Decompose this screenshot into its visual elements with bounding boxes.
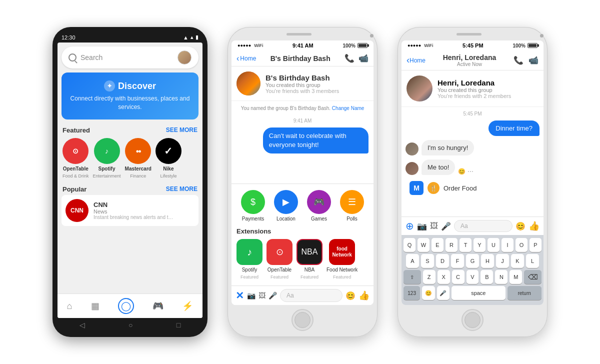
ext-location[interactable]: ▶ Location — [274, 190, 298, 222]
mastercard-name: Mastercard — [125, 166, 152, 172]
recv-avatar-1 — [406, 142, 418, 156]
key-c[interactable]: C — [452, 270, 464, 284]
featured-grid: ⊙ OpenTable Food & Drink ♪ Spotify Enter… — [58, 136, 202, 182]
reaction-icon[interactable]: 😊 — [458, 168, 466, 175]
ext-opentable[interactable]: ⊙ OpenTable Featured — [266, 239, 292, 280]
see-more-featured[interactable]: SEE MORE — [166, 126, 198, 134]
key-f[interactable]: F — [451, 254, 464, 268]
key-k[interactable]: K — [511, 254, 524, 268]
key-mic[interactable]: 🎤 — [437, 286, 450, 300]
group-members: You're friends with 3 members — [266, 88, 339, 94]
home-btn[interactable]: ○ — [128, 321, 132, 329]
location-icon: ▶ — [274, 190, 298, 214]
ext-foodnetwork[interactable]: foodNetwork Food Network Featured — [326, 239, 358, 280]
nav-games-icon[interactable]: 🎮 — [152, 300, 164, 312]
video-icon2[interactable]: 📹 — [528, 56, 538, 65]
sent-message: Can't wait to celebrate with everyone to… — [236, 128, 368, 154]
group-created: You created this group — [266, 82, 339, 88]
more-icon[interactable]: ⋯ — [468, 168, 474, 175]
change-name-link[interactable]: Change Name — [332, 106, 364, 111]
recv-bubble-1: I'm so hungry! — [406, 140, 540, 156]
featured-section-header: Featured SEE MORE — [58, 124, 202, 136]
ext-games[interactable]: 🎮 Games — [307, 190, 331, 222]
message-input[interactable]: Aa — [280, 289, 342, 302]
key-d[interactable]: D — [436, 254, 449, 268]
key-a[interactable]: A — [406, 254, 419, 268]
key-o[interactable]: O — [516, 238, 528, 252]
emoji-icon2[interactable]: 😊 — [516, 222, 526, 231]
android-search-bar[interactable]: Search — [62, 46, 198, 68]
key-s[interactable]: S — [421, 254, 434, 268]
ext-payments[interactable]: $ Payments — [241, 190, 265, 222]
iphone1-back-btn[interactable]: ‹ Home — [236, 54, 256, 63]
key-l[interactable]: L — [526, 254, 539, 268]
featured-mastercard[interactable]: ●● Mastercard Finance — [125, 138, 152, 178]
recv-bubble-2: Me too! 😊 ⋯ — [406, 160, 540, 175]
close-btn[interactable]: ✕ — [236, 290, 244, 302]
nav-messenger-icon[interactable]: ◯ — [118, 298, 134, 314]
like-icon[interactable]: 👍 — [358, 290, 370, 301]
featured-nike[interactable]: ✓ Nike Lifestyle — [156, 138, 182, 178]
key-emoji[interactable]: 😊 — [422, 286, 434, 300]
key-n[interactable]: N — [495, 270, 508, 284]
image-icon[interactable]: 🖼 — [258, 292, 266, 300]
key-123[interactable]: 123 — [404, 286, 420, 300]
back-btn[interactable]: ◁ — [80, 321, 85, 329]
recents-btn[interactable]: □ — [176, 321, 180, 329]
ext-apps-row: ♪ Spotify Featured ⊙ OpenTable Featured … — [236, 239, 368, 280]
camera-icon2[interactable]: 📷 — [417, 222, 427, 231]
iphone2-back-btn[interactable]: ‹ Home — [406, 55, 426, 66]
key-j[interactable]: J — [496, 254, 509, 268]
key-delete[interactable]: ⌫ — [524, 270, 542, 284]
nav-lightning-icon[interactable]: ⚡ — [182, 300, 193, 312]
discover-banner[interactable]: ✦ Discover Connect directly with busines… — [62, 72, 198, 120]
key-p[interactable]: P — [530, 238, 542, 252]
key-return[interactable]: return — [508, 286, 542, 300]
iphone1-home-btn[interactable] — [292, 309, 314, 331]
featured-opentable[interactable]: ⊙ OpenTable Food & Drink — [62, 138, 89, 178]
key-h[interactable]: H — [481, 254, 494, 268]
add-icon[interactable]: ⊕ — [406, 220, 414, 232]
key-r[interactable]: R — [446, 238, 458, 252]
key-e[interactable]: E — [432, 238, 444, 252]
ext-polls[interactable]: ☰ Polls — [340, 190, 364, 222]
order-food-label[interactable]: Order Food — [444, 184, 476, 192]
group-avatar — [236, 72, 260, 96]
key-y[interactable]: Y — [474, 238, 486, 252]
key-v[interactable]: V — [466, 270, 479, 284]
user-avatar[interactable] — [178, 50, 192, 64]
video-icon[interactable]: 📹 — [358, 54, 368, 63]
see-more-popular[interactable]: SEE MORE — [166, 186, 198, 192]
ext-spotify[interactable]: ♪ Spotify Featured — [236, 239, 262, 280]
games-label: Games — [311, 216, 327, 222]
image-icon2[interactable]: 🖼 — [430, 222, 438, 230]
key-w[interactable]: W — [418, 238, 430, 252]
key-g[interactable]: G — [466, 254, 479, 268]
cnn-item[interactable]: CNN CNN News Instant breaking news alert… — [62, 195, 198, 226]
key-shift[interactable]: ⇧ — [404, 270, 421, 284]
search-input[interactable]: Search — [80, 54, 174, 62]
key-z[interactable]: Z — [423, 270, 436, 284]
emoji-icon[interactable]: 😊 — [346, 291, 356, 300]
ext-nba[interactable]: NBA NBA Featured — [296, 239, 322, 280]
key-space[interactable]: space — [452, 286, 506, 300]
nav-home-icon[interactable]: ⌂ — [67, 301, 72, 312]
key-i[interactable]: I — [502, 238, 514, 252]
featured-spotify[interactable]: ♪ Spotify Entertainment — [93, 138, 121, 178]
iphone2-home-btn[interactable] — [462, 309, 484, 331]
like-icon2[interactable]: 👍 — [528, 220, 540, 232]
mic-icon[interactable]: 🎤 — [268, 292, 277, 300]
mic-icon2[interactable]: 🎤 — [441, 222, 451, 231]
phone-icon2[interactable]: 📞 — [514, 56, 524, 65]
key-x[interactable]: X — [438, 270, 450, 284]
signal-dots2: ●●●●● — [408, 43, 421, 48]
key-m[interactable]: M — [510, 270, 522, 284]
conv-input[interactable]: Aa — [454, 220, 512, 232]
nav-grid-icon[interactable]: ▦ — [91, 300, 100, 312]
key-q[interactable]: Q — [404, 238, 416, 252]
phone-icon[interactable]: 📞 — [344, 54, 354, 63]
camera-icon[interactable]: 📷 — [247, 292, 256, 300]
key-t[interactable]: T — [460, 238, 472, 252]
key-b[interactable]: B — [480, 270, 493, 284]
key-u[interactable]: U — [488, 238, 500, 252]
